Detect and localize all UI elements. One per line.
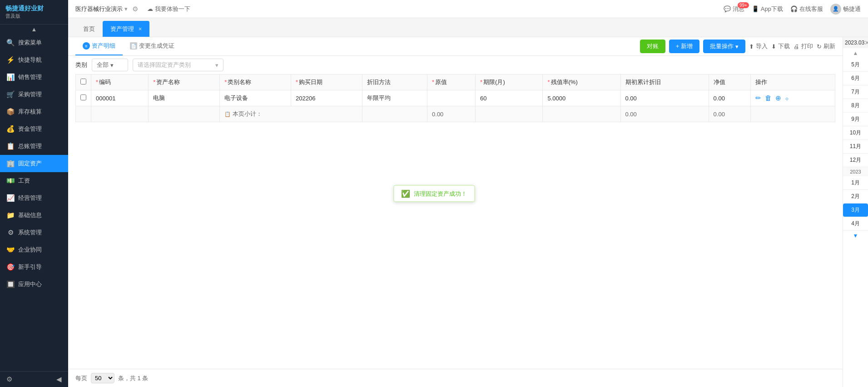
refresh-button[interactable]: ↻ 刷新 bbox=[817, 40, 835, 53]
col-category: 类别名称 bbox=[220, 74, 291, 90]
calendar-year-2023: 2023 bbox=[843, 167, 868, 176]
tab-home[interactable]: 首页 bbox=[75, 21, 103, 37]
logo-name: 畅捷通好业财 bbox=[5, 5, 63, 13]
dui-zhang-button[interactable]: 对账 bbox=[640, 40, 665, 53]
category-type-select[interactable]: 全部 ▾ bbox=[92, 59, 128, 71]
company-name: 医疗器械行业演示 bbox=[75, 5, 123, 13]
app-download-button[interactable]: 📱 App下载 bbox=[752, 5, 783, 13]
calendar-scroll-up[interactable]: ▲ bbox=[843, 48, 868, 58]
col-net-value: 净值 bbox=[709, 74, 750, 90]
delete-icon[interactable]: 🗑 bbox=[765, 94, 772, 102]
per-page-select[interactable]: 50 100 bbox=[91, 373, 114, 383]
filter-bar: 类别 全部 ▾ 请选择固定资产类别 ▾ bbox=[68, 56, 843, 74]
sidebar-icon-6: 📋 bbox=[6, 142, 15, 150]
sidebar-icon-10: 📁 bbox=[6, 211, 15, 219]
sub-tabs: ≡ 资产明细 📄 变更生成凭证 对账 + 新增 批量操作 ▾ bbox=[68, 37, 843, 56]
calendar-month[interactable]: 9月 bbox=[843, 113, 868, 126]
sidebar-icon-13: 🎯 bbox=[6, 263, 15, 271]
sidebar-item-12[interactable]: 🤝企业协同 bbox=[0, 241, 68, 258]
company-selector[interactable]: 医疗器械行业演示 ▾ bbox=[75, 5, 128, 13]
sidebar-item-4[interactable]: 📦库存核算 bbox=[0, 103, 68, 120]
user-menu[interactable]: 👤 畅捷通 bbox=[830, 4, 861, 15]
batch-ops-button[interactable]: 批量操作 ▾ bbox=[703, 40, 745, 53]
copy-icon[interactable]: ⊕ bbox=[775, 94, 781, 102]
calendar-month[interactable]: 10月 bbox=[843, 126, 868, 140]
sidebar-icon-4: 📦 bbox=[6, 108, 15, 116]
sidebar-item-6[interactable]: 📋总账管理 bbox=[0, 138, 68, 155]
main-content: ≡ 资产明细 📄 变更生成凭证 对账 + 新增 批量操作 ▾ bbox=[68, 37, 843, 387]
sidebar-item-13[interactable]: 🎯新手引导 bbox=[0, 258, 68, 276]
edit-icon[interactable]: ✏ bbox=[755, 94, 761, 102]
calendar-scroll-down[interactable]: ▼ bbox=[843, 231, 868, 241]
col-name: 资产名称 bbox=[149, 74, 220, 90]
chevron-down-icon: ▾ bbox=[215, 62, 218, 69]
import-button[interactable]: ⬆ 导入 bbox=[749, 40, 768, 53]
sidebar-item-7[interactable]: 🏢固定资产 bbox=[0, 155, 68, 172]
per-page-label: 每页 bbox=[75, 374, 87, 382]
sidebar-icon-5: 💰 bbox=[6, 125, 15, 133]
sidebar-icon-2: 📊 bbox=[6, 73, 15, 81]
sidebar-item-10[interactable]: 📁基础信息 bbox=[0, 207, 68, 224]
more-icon[interactable]: ⬦ bbox=[785, 94, 789, 102]
sidebar-icon-9: 📈 bbox=[6, 194, 15, 202]
download-icon: ⬇ bbox=[771, 43, 776, 50]
calendar-header-date: 2023.03 bbox=[845, 40, 864, 46]
calendar-month[interactable]: 2月 bbox=[843, 190, 868, 203]
calendar-month[interactable]: 5月 bbox=[843, 58, 868, 72]
subtotal-row: 📋 本页小计： 0.00 0.00 0.00 bbox=[76, 106, 835, 122]
settings-gear-icon[interactable]: ⚙ bbox=[132, 5, 138, 13]
sidebar-icon-1: ⚡ bbox=[6, 56, 15, 64]
calendar-month[interactable]: 6月 bbox=[843, 72, 868, 85]
sidebar-item-11[interactable]: ⚙系统管理 bbox=[0, 224, 68, 241]
close-panel-icon[interactable]: ✕ bbox=[864, 39, 868, 46]
sidebar-item-14[interactable]: 🔲应用中心 bbox=[0, 276, 68, 293]
calendar-month[interactable]: 11月 bbox=[843, 140, 868, 154]
calendar-month[interactable]: 4月 bbox=[843, 217, 868, 231]
settings-icon[interactable]: ⚙ bbox=[6, 375, 12, 383]
category-input[interactable]: 请选择固定资产类别 ▾ bbox=[133, 59, 223, 71]
select-all-checkbox[interactable] bbox=[80, 79, 86, 84]
sidebar-item-9[interactable]: 📈经营管理 bbox=[0, 189, 68, 207]
row-checkbox-0[interactable] bbox=[80, 94, 86, 100]
sidebar-item-5[interactable]: 💰资金管理 bbox=[0, 120, 68, 138]
sidebar-item-0[interactable]: 🔍搜索菜单 bbox=[0, 34, 68, 51]
sub-tab-voucher[interactable]: 📄 变更生成凭证 bbox=[123, 37, 182, 55]
calendar-month[interactable]: 1月 bbox=[843, 176, 868, 190]
collapse-icon[interactable]: ◀ bbox=[56, 375, 62, 383]
sidebar-item-3[interactable]: 🛒采购管理 bbox=[0, 86, 68, 103]
asset-detail-icon: ≡ bbox=[83, 42, 90, 50]
calendar-month[interactable]: 3月 bbox=[843, 203, 868, 217]
sidebar-item-2[interactable]: 📊销售管理 bbox=[0, 69, 68, 86]
col-initial-accumulated: 期初累计折旧 bbox=[620, 74, 709, 90]
voucher-icon: 📄 bbox=[130, 42, 137, 50]
calendar-month[interactable]: 7月 bbox=[843, 85, 868, 99]
download-button[interactable]: ⬇ 下载 bbox=[771, 40, 790, 53]
toolbar-buttons: 对账 + 新增 批量操作 ▾ ⬆ 导入 ⬇ 下载 🖨 bbox=[640, 40, 835, 53]
experience-button[interactable]: ☁ 我要体验一下 bbox=[147, 5, 190, 13]
chevron-down-icon: ▾ bbox=[110, 62, 114, 69]
print-button[interactable]: 🖨 打印 bbox=[794, 40, 813, 53]
tab-asset-management[interactable]: 资产管理 × bbox=[103, 21, 149, 37]
table-container: 编码 资产名称 类别名称 购买日期 折旧方法 原值 期限(月) 残值率(%) 期… bbox=[68, 74, 843, 369]
online-service-button[interactable]: 🎧 在线客服 bbox=[790, 5, 823, 13]
calendar-month[interactable]: 8月 bbox=[843, 99, 868, 113]
success-toast: ✅ 清理固定资产成功！ bbox=[393, 185, 475, 202]
sidebar-icon-0: 🔍 bbox=[6, 39, 15, 47]
col-residual-rate: 残值率(%) bbox=[543, 74, 620, 90]
topbar-right: 💬 消息 99+ 📱 App下载 🎧 在线客服 👤 畅捷通 bbox=[724, 4, 861, 15]
logo-sub: 普及版 bbox=[5, 13, 63, 20]
headset-icon: 🎧 bbox=[790, 5, 798, 12]
sidebar-icon-8: 💵 bbox=[6, 177, 15, 185]
sidebar-item-1[interactable]: ⚡快捷导航 bbox=[0, 51, 68, 69]
sidebar-scroll-up[interactable]: ▲ bbox=[0, 25, 68, 34]
col-original-value: 原值 bbox=[427, 74, 476, 90]
sub-tab-asset-detail[interactable]: ≡ 资产明细 bbox=[75, 37, 123, 55]
calendar-header: 2023.03 ✕ ⤢ bbox=[843, 37, 868, 48]
sidebar-item-8[interactable]: 💵工资 bbox=[0, 172, 68, 189]
tab-close-icon[interactable]: × bbox=[139, 25, 142, 32]
message-button[interactable]: 💬 消息 99+ bbox=[724, 5, 744, 13]
asset-table: 编码 资产名称 类别名称 购买日期 折旧方法 原值 期限(月) 残值率(%) 期… bbox=[75, 74, 835, 122]
tabbar: 首页 资产管理 × bbox=[68, 18, 868, 37]
add-button[interactable]: + 新增 bbox=[669, 40, 699, 53]
calendar-month[interactable]: 12月 bbox=[843, 154, 868, 167]
